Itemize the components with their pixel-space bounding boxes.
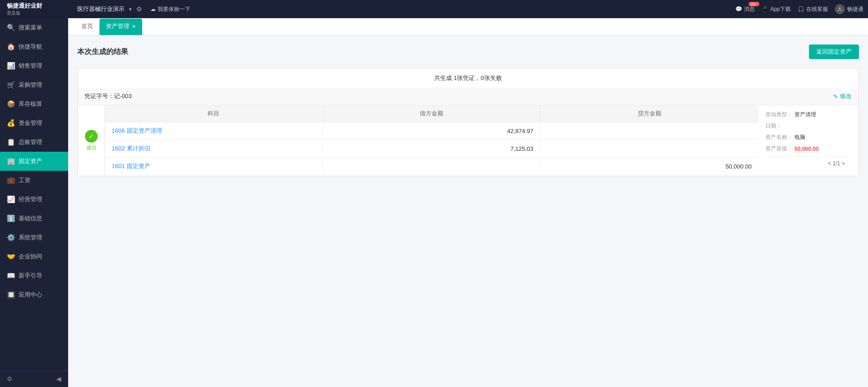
message-label: 消息 [744,5,755,13]
row3-subject[interactable]: 1601 固定资产 [105,158,323,175]
online-service-icon: 🎧 [798,6,804,12]
return-button[interactable]: 返回固定资产 [809,45,859,59]
sidebar-item-app-center[interactable]: 🔲 应用中心 [0,285,68,304]
row1-credit [541,126,759,135]
sidebar-label-funds: 资金管理 [19,119,42,127]
edit-label: 修改 [840,92,852,100]
app-download-action[interactable]: 📱 App下载 [762,5,791,13]
row2-debit: 7,125.03 [323,141,541,157]
try-label: 我要体验一下 [158,5,190,13]
tab-asset-mgmt-label: 资产管理 [106,22,129,30]
logo-text: 畅捷通好业财 [7,2,42,10]
online-service-action[interactable]: 🎧 在线客服 [798,5,828,13]
change-type-label: 变动类型： [765,111,793,119]
tab-home-label: 首页 [81,22,93,30]
sidebar-label-fixed-assets: 固定资产 [19,157,42,165]
pagination[interactable]: < 1/1 > [765,156,852,170]
asset-name-row: 资产名称： 电脑 [765,134,852,141]
user-area[interactable]: 人 畅捷通 [835,4,863,14]
sidebar-item-fixed-assets[interactable]: 🏢 固定资产 [0,152,68,171]
sidebar-item-ledger[interactable]: 📋 总账管理 [0,133,68,152]
edit-icon: ✎ [833,93,838,100]
row2-subject[interactable]: 1602 累计折旧 [105,140,323,157]
sidebar-item-operations[interactable]: 📈 经营管理 [0,190,68,209]
inventory-icon: 📦 [7,100,15,108]
sidebar-label-basic-info: 基础信息 [19,214,42,223]
tab-asset-mgmt[interactable]: 资产管理 ✕ [99,19,142,35]
sidebar-item-quick-nav[interactable]: 🏠 快捷导航 [0,37,68,56]
sidebar-label-salary: 工资 [19,176,30,184]
asset-name-value: 电脑 [794,134,805,141]
original-value-row: 资产原值： 50,000.00 [765,145,852,153]
status-column: ✓ 成功 [78,105,105,176]
sidebar-footer: ⚙ ◀ [0,370,68,387]
sidebar-item-purchase[interactable]: 🛒 采购管理 [0,75,68,94]
col-debit: 借方金额 [323,105,541,122]
search-icon: 🔍 [7,24,15,32]
footer-collapse-icon[interactable]: ◀ [56,375,61,382]
tab-bar: 首页 资产管理 ✕ [68,18,868,35]
table-row: 1606 固定资产清理 42,874.97 [105,122,759,140]
sidebar-item-inventory[interactable]: 📦 库存核算 [0,94,68,114]
sidebar-item-funds[interactable]: 💰 资金管理 [0,114,68,133]
result-header: 本次生成的结果 返回固定资产 [77,45,859,59]
page-content: 本次生成的结果 返回固定资产 共生成 1张凭证，0张失败 凭证字号：记-003 … [68,35,868,387]
home-icon: 🏠 [7,43,15,51]
enterprise-icon: 🤝 [7,253,15,261]
company-settings-icon[interactable]: ⚙ [136,5,142,13]
date-label: 日期： [765,122,782,130]
tab-close-icon[interactable]: ✕ [132,24,136,30]
sidebar-item-sales[interactable]: 📊 销售管理 [0,56,68,75]
sidebar: 🔍 搜索菜单 🏠 快捷导航 📊 销售管理 🛒 采购管理 📦 库存核算 💰 资金管… [0,18,68,387]
sidebar-item-enterprise[interactable]: 🤝 企业协同 [0,247,68,266]
username-label: 畅捷通 [847,5,863,13]
avatar: 人 [835,4,845,14]
company-dropdown-icon[interactable]: ▼ [128,7,133,12]
date-row: 日期： [765,122,852,130]
sidebar-label-system: 系统管理 [19,233,42,242]
sidebar-label-purchase: 采购管理 [19,81,42,89]
sidebar-label-guide: 新手引导 [19,272,42,280]
table-row: 1602 累计折旧 7,125.03 [105,140,759,158]
col-credit: 贷方金额 [541,105,759,122]
summary-bar: 共生成 1张凭证，0张失败 [78,69,858,88]
sidebar-label-sales: 销售管理 [19,62,42,70]
salary-icon: 💼 [7,176,15,184]
sidebar-label-search: 搜索菜单 [19,24,42,32]
sidebar-item-guide[interactable]: 📖 新手引导 [0,266,68,285]
summary-text: 共生成 1张凭证，0张失败 [434,74,501,81]
sidebar-item-system[interactable]: ⚙️ 系统管理 [0,228,68,247]
top-header: 畅捷通好业财 普及版 医疗器械行业演示 ▼ ⚙ ☁ 我要体验一下 💬 消息 99… [0,0,868,18]
header-center: 医疗器械行业演示 ▼ ⚙ ☁ 我要体验一下 [73,5,735,13]
sidebar-item-salary[interactable]: 💼 工资 [0,171,68,190]
voucher-number: 凭证字号：记-003 [84,92,132,100]
basic-info-icon: ℹ️ [7,214,15,223]
table-with-status: ✓ 成功 科目 借方金额 贷方金额 16 [78,105,858,176]
table-row: 1601 固定资产 50,000.00 [105,158,759,175]
sidebar-label-enterprise: 企业协同 [19,253,42,261]
tab-home[interactable]: 首页 [75,19,99,35]
guide-icon: 📖 [7,272,15,280]
original-value-value: 50,000.00 [794,146,818,152]
funds-icon: 💰 [7,119,15,127]
sidebar-item-basic-info[interactable]: ℹ️ 基础信息 [0,209,68,228]
fixed-assets-icon: 🏢 [7,157,15,165]
main-table-area: 科目 借方金额 贷方金额 1606 固定资产清理 42,874.97 16 [105,105,759,176]
col-subject: 科目 [105,105,323,122]
success-icon: ✓ [89,133,94,140]
sidebar-item-search[interactable]: 🔍 搜索菜单 [0,18,68,37]
change-type-row: 变动类型： 资产清理 [765,111,852,119]
try-button[interactable]: ☁ 我要体验一下 [150,5,190,13]
app-center-icon: 🔲 [7,291,15,299]
change-type-value: 资产清理 [794,111,816,119]
edit-button[interactable]: ✎ 修改 [833,92,852,100]
message-action[interactable]: 💬 消息 99+ [735,5,755,13]
sidebar-label-app-center: 应用中心 [19,291,42,299]
system-icon: ⚙️ [7,233,15,242]
content-area: 首页 资产管理 ✕ 本次生成的结果 返回固定资产 共生成 1张凭证，0张失败 [68,18,868,387]
row3-credit: 50,000.00 [541,159,759,174]
logo-version: 普及版 [7,10,20,16]
sidebar-label-inventory: 库存核算 [19,100,42,108]
row1-subject[interactable]: 1606 固定资产清理 [105,122,323,139]
footer-settings-icon[interactable]: ⚙ [7,375,13,382]
